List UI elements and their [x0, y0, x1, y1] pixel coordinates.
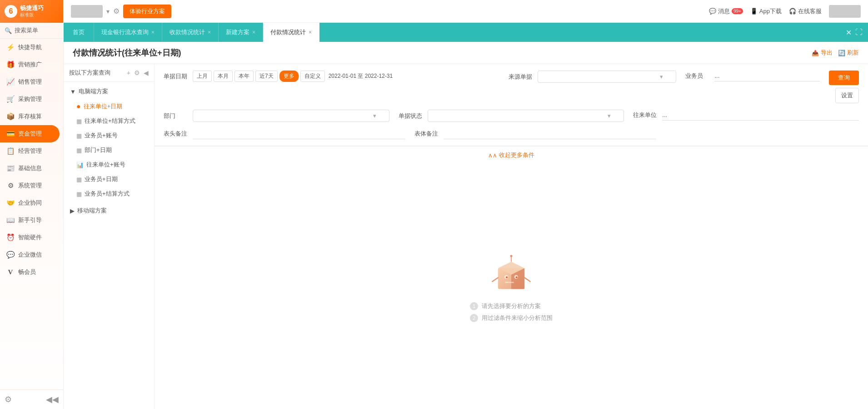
- message-label: 消息: [718, 7, 730, 15]
- collapse-panel-btn[interactable]: ◀: [144, 69, 149, 76]
- body-note-label: 表体备注: [414, 130, 440, 138]
- date-buttons: 上月 本月 本年 近7天 更多 自定义 2022-01-01 至 2022-12…: [193, 71, 393, 82]
- member-icon: V: [6, 268, 15, 276]
- dept-select[interactable]: ▾: [193, 110, 389, 122]
- app-name: 畅捷通巧: [20, 5, 44, 12]
- scheme-item-label: 往来单位+日期: [84, 102, 123, 111]
- scheme-item-staff-date[interactable]: ▦ 业务员+日期: [64, 172, 154, 187]
- tab-bank[interactable]: 现金银行流水查询 ×: [94, 23, 162, 42]
- tab-new-close[interactable]: ×: [252, 29, 255, 35]
- scheme-item-label: 部门+日期: [85, 146, 112, 154]
- scheme-item-unit-account[interactable]: 📊 往来单位+账号: [64, 157, 154, 172]
- scheme-item-staff-account[interactable]: ▦ 业务员+账号: [64, 128, 154, 143]
- add-scheme-btn[interactable]: +: [127, 69, 130, 76]
- date-this-month-btn[interactable]: 本月: [214, 71, 233, 82]
- header-note-input[interactable]: [193, 128, 405, 139]
- tab-receipt[interactable]: 收款情况统计 ×: [162, 23, 219, 42]
- collapse-label: 收起更多条件: [499, 151, 534, 159]
- tab-receipt-close[interactable]: ×: [208, 29, 211, 35]
- sidebar-item-hardware[interactable]: ⏰ 智能硬件: [0, 229, 63, 246]
- export-btn[interactable]: 📤 导出: [812, 49, 833, 57]
- hint-text-1: 请先选择要分析的方案: [482, 302, 541, 310]
- date-7days-btn[interactable]: 近7天: [255, 71, 278, 82]
- settings-icon[interactable]: ⚙: [113, 7, 120, 15]
- sidebar-item-label: 采购管理: [18, 95, 42, 103]
- collapse-bar[interactable]: ∧∧ 收起更多条件: [155, 146, 868, 164]
- sidebar-item-member[interactable]: V 畅会员: [0, 263, 63, 281]
- sidebar-search[interactable]: 🔍 搜索菜单: [0, 23, 63, 39]
- refresh-btn[interactable]: 🔄 刷新: [838, 49, 859, 57]
- scheme-item-label: 往来单位+结算方式: [85, 117, 135, 125]
- scheme-item-label: 业务员+账号: [85, 131, 118, 140]
- sidebar-item-label: 经营管理: [18, 147, 42, 155]
- date-last-month-btn[interactable]: 上月: [193, 71, 212, 82]
- user-dropdown-btn[interactable]: ▾: [106, 8, 110, 15]
- svg-line-10: [492, 278, 498, 281]
- sidebar-item-label: 资金管理: [18, 130, 42, 138]
- online-service-btn[interactable]: 🎧 在线客服: [789, 7, 822, 15]
- source-select[interactable]: ▾: [538, 71, 676, 83]
- sidebar-item-label: 企业微信: [18, 251, 42, 259]
- sidebar-item-label: 系统管理: [18, 182, 42, 190]
- scheme-icon: ▦: [76, 147, 82, 154]
- sidebar-item-sales[interactable]: 📈 销售管理: [0, 73, 63, 91]
- filter-voucher-status-item: 单据状态 ▾: [399, 110, 624, 122]
- sidebar-item-guide[interactable]: 📖 新手引导: [0, 212, 63, 229]
- body-note-input[interactable]: [444, 128, 656, 139]
- sidebar-item-marketing[interactable]: 🎁 营销推广: [0, 56, 63, 73]
- sidebar-item-label: 快捷导航: [18, 43, 42, 51]
- sidebar-item-basic[interactable]: 📰 基础信息: [0, 160, 63, 177]
- sidebar-item-inventory[interactable]: 📦 库存核算: [0, 108, 63, 125]
- scheme-item-dept-date[interactable]: ▦ 部门+日期: [64, 143, 154, 157]
- mobile-group-arrow: ▶: [70, 207, 75, 214]
- sidebar-item-purchase[interactable]: 🛒 采购管理: [0, 91, 63, 108]
- empty-illustration: [489, 251, 534, 297]
- sidebar-item-capital[interactable]: 💳 资金管理: [0, 125, 60, 142]
- date-more-btn[interactable]: 更多: [279, 71, 299, 82]
- scheme-item-unit-date[interactable]: ● 往来单位+日期: [64, 99, 154, 114]
- tab-payment-close[interactable]: ×: [309, 29, 312, 35]
- date-this-year-btn[interactable]: 本年: [234, 71, 254, 82]
- svg-line-11: [524, 278, 530, 281]
- sidebar-item-enterprise[interactable]: 🤝 企业协同: [0, 194, 63, 212]
- empty-state: 1 请先选择要分析的方案 2 用过滤条件来缩小分析范围: [155, 164, 868, 409]
- scheme-settings-btn[interactable]: ⚙: [134, 69, 140, 76]
- pc-scheme-group[interactable]: ▼ 电脑端方案: [64, 84, 154, 99]
- source-label: 来源单据: [509, 73, 534, 81]
- counterparty-input[interactable]: [662, 110, 859, 121]
- page-actions: 📤 导出 🔄 刷新: [812, 49, 859, 57]
- settings-bottom-btn[interactable]: ⚙: [5, 394, 12, 404]
- scheme-item-unit-settlement[interactable]: ▦ 往来单位+结算方式: [64, 114, 154, 128]
- logo-icon: 6: [5, 5, 17, 18]
- search-label: 搜索菜单: [15, 26, 38, 35]
- dept-label: 部门: [164, 112, 189, 120]
- tab-home[interactable]: 首页: [64, 23, 94, 42]
- tab-bank-close[interactable]: ×: [151, 29, 155, 35]
- filter-settings-btn[interactable]: 设置: [835, 88, 859, 103]
- sidebar-item-system[interactable]: ⚙ 系统管理: [0, 177, 63, 194]
- message-btn[interactable]: 💬 消息 99+: [709, 7, 743, 15]
- scheme-icon: ▦: [76, 132, 82, 139]
- trial-btn[interactable]: 体验行业方案: [123, 5, 171, 18]
- voucher-status-select[interactable]: ▾: [428, 110, 624, 122]
- quick-icon: ⚡: [6, 43, 15, 51]
- fullscreen-btn[interactable]: ⛶: [855, 28, 863, 36]
- sidebar-item-quick[interactable]: ⚡ 快捷导航: [0, 39, 63, 56]
- sidebar-item-label: 库存核算: [18, 112, 42, 121]
- scheme-item-staff-settlement[interactable]: ▦ 业务员+结算方式: [64, 187, 154, 201]
- sidebar-item-wechat[interactable]: 💬 企业微信: [0, 246, 63, 263]
- guide-icon: 📖: [6, 216, 15, 224]
- close-all-btn[interactable]: ✕: [846, 28, 852, 37]
- sidebar-item-operation[interactable]: 📋 经营管理: [0, 142, 63, 160]
- tab-new[interactable]: 新建方案 ×: [219, 23, 263, 42]
- tab-payment[interactable]: 付款情况统计 ×: [263, 23, 319, 42]
- mobile-scheme-group[interactable]: ▶ 移动端方案: [64, 203, 154, 218]
- query-btn[interactable]: 查询: [829, 71, 859, 85]
- pc-group-label: 电脑端方案: [79, 87, 108, 96]
- pc-group-arrow: ▼: [70, 88, 76, 95]
- app-download-btn[interactable]: 📱 App下载: [750, 7, 782, 15]
- collapse-sidebar-btn[interactable]: ◀◀: [46, 394, 59, 404]
- date-custom-btn[interactable]: 自定义: [300, 71, 325, 82]
- staff-input[interactable]: [714, 71, 820, 81]
- hint-text-2: 用过滤条件来缩小分析范围: [482, 314, 553, 322]
